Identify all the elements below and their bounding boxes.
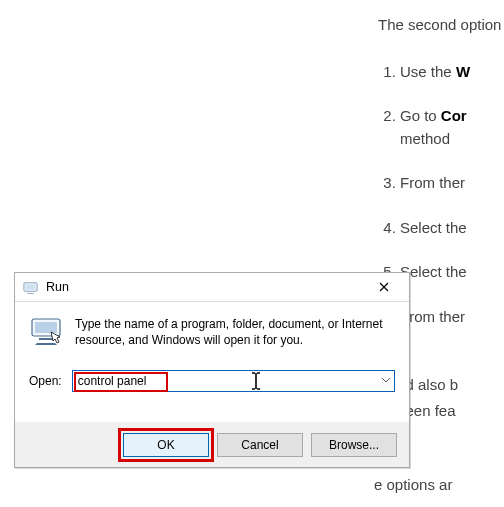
close-button[interactable] [365, 275, 403, 299]
button-row: OK Cancel Browse... [15, 422, 409, 467]
article-step-1: Use the W [400, 61, 504, 84]
article-intro: The second option do so, follow the [378, 14, 504, 37]
dialog-body: Type the name of a program, folder, docu… [15, 302, 409, 422]
dialog-message: Type the name of a program, folder, docu… [75, 316, 395, 348]
svg-rect-1 [25, 284, 35, 290]
article-step-3: From ther [400, 172, 504, 195]
ok-button[interactable]: OK [123, 433, 209, 457]
titlebar[interactable]: Run [15, 273, 409, 302]
run-app-icon [23, 280, 38, 295]
run-large-icon [29, 314, 63, 348]
article-tail-3: e options ar [374, 474, 452, 497]
close-icon [379, 282, 389, 292]
article-step-6: From ther [400, 306, 504, 329]
open-input[interactable] [72, 370, 395, 392]
article-step-2: Go to Cor method [400, 105, 504, 150]
article-step-4: Select the [400, 217, 504, 240]
run-dialog: Run Type the name of a program, folder, … [14, 272, 410, 468]
cancel-button[interactable]: Cancel [217, 433, 303, 457]
article-step-5: Select the [400, 261, 504, 284]
svg-rect-4 [39, 338, 53, 340]
svg-rect-3 [35, 322, 57, 333]
window-title: Run [46, 280, 365, 294]
open-label: Open: [29, 374, 62, 388]
browse-button[interactable]: Browse... [311, 433, 397, 457]
